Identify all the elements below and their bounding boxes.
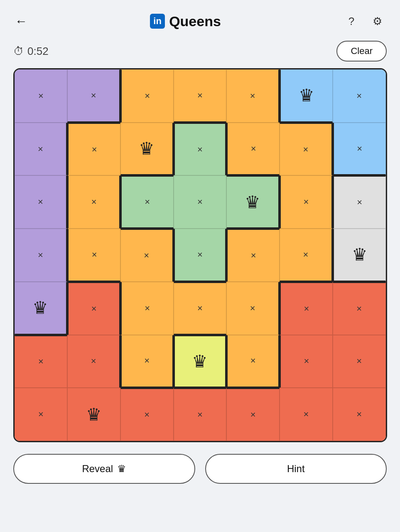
x-mark: ×	[145, 303, 150, 314]
grid-cell[interactable]: ×	[280, 335, 333, 388]
grid-cell[interactable]: ×	[226, 282, 280, 335]
x-mark: ×	[145, 91, 150, 101]
game-grid: ×××××♛×××♛××××××××♛××××××××♛♛×××××××××♛×…	[13, 68, 387, 442]
grid-cell[interactable]: ×	[333, 123, 386, 176]
x-mark: ×	[197, 409, 203, 420]
hint-button[interactable]: Hint	[205, 454, 387, 484]
grid-cell[interactable]: ×	[333, 69, 386, 123]
queen-piece: ♛	[32, 298, 48, 318]
grid-cell[interactable]: ×	[174, 123, 227, 176]
grid-cell[interactable]: ♛	[67, 388, 120, 441]
x-mark: ×	[92, 144, 97, 155]
grid-cell[interactable]: ×	[120, 282, 174, 335]
grid-cell[interactable]: ×	[226, 229, 280, 282]
grid-cell[interactable]: ×	[67, 282, 120, 335]
grid-cell[interactable]: ×	[67, 69, 120, 123]
x-mark: ×	[197, 197, 203, 207]
grid-cell[interactable]: ×	[333, 282, 386, 335]
grid-cell[interactable]: ×	[67, 229, 120, 282]
grid-cell[interactable]: ♛	[333, 229, 386, 282]
grid-cell[interactable]: ×	[174, 69, 227, 123]
grid-cell[interactable]: ×	[120, 175, 174, 229]
grid-cell[interactable]: ×	[67, 335, 120, 388]
grid-cell[interactable]: ♛	[280, 69, 333, 123]
x-mark: ×	[38, 356, 44, 367]
x-mark: ×	[303, 409, 309, 420]
x-mark: ×	[38, 250, 43, 261]
header: ← in Queens ? ⚙	[0, 0, 400, 37]
timer: ⏱ 0:52	[13, 45, 49, 58]
grid-cell[interactable]: ×	[226, 69, 280, 123]
grid-cell[interactable]: ×	[174, 229, 227, 282]
grid-cell[interactable]: ♛	[15, 282, 68, 335]
grid-cell[interactable]: ×	[120, 69, 174, 123]
x-mark: ×	[250, 355, 256, 366]
grid-cell[interactable]: ×	[333, 175, 386, 229]
bottom-row: Reveal ♛ Hint	[0, 442, 400, 492]
grid-cell[interactable]: ×	[280, 175, 333, 229]
help-button[interactable]: ?	[342, 12, 361, 31]
reveal-button[interactable]: Reveal ♛	[13, 454, 195, 484]
x-mark: ×	[303, 197, 309, 207]
x-mark: ×	[304, 356, 309, 367]
timer-icon: ⏱	[13, 45, 24, 58]
grid-cell[interactable]: ♛	[120, 123, 174, 176]
clear-button[interactable]: Clear	[336, 41, 387, 62]
grid-cell[interactable]: ×	[120, 335, 174, 388]
x-mark: ×	[38, 91, 44, 101]
x-mark: ×	[356, 356, 362, 367]
grid-cell[interactable]: ×	[280, 123, 333, 176]
queen-piece: ♛	[352, 244, 368, 265]
grid-cell[interactable]: ×	[174, 282, 227, 335]
grid-cell[interactable]: ×	[15, 69, 68, 123]
linkedin-icon: in	[150, 14, 165, 29]
grid-cell[interactable]: ×	[67, 123, 120, 176]
grid-cell[interactable]: ×	[226, 123, 280, 176]
x-mark: ×	[145, 197, 150, 207]
grid-cell[interactable]: ×	[15, 229, 68, 282]
x-mark: ×	[197, 90, 203, 101]
grid-cell[interactable]: ×	[120, 229, 174, 282]
x-mark: ×	[91, 356, 96, 367]
timer-display: 0:52	[27, 45, 49, 58]
x-mark: ×	[251, 250, 256, 261]
x-mark: ×	[197, 303, 203, 314]
settings-button[interactable]: ⚙	[368, 12, 387, 31]
x-mark: ×	[250, 91, 255, 101]
grid-cell[interactable]: ×	[174, 175, 227, 229]
grid-cell[interactable]: ×	[226, 335, 280, 388]
x-mark: ×	[197, 144, 203, 155]
grid-cell[interactable]: ×	[120, 388, 174, 441]
x-mark: ×	[91, 197, 97, 207]
grid-cell[interactable]: ×	[15, 123, 68, 176]
controls-row: ⏱ 0:52 Clear	[0, 37, 400, 68]
header-icons: ? ⚙	[342, 12, 387, 31]
grid-cell[interactable]: ♛	[174, 335, 227, 388]
grid-cell[interactable]: ×	[226, 388, 280, 441]
queen-piece: ♛	[139, 138, 155, 159]
x-mark: ×	[303, 249, 308, 260]
grid-cell[interactable]: ×	[333, 388, 386, 441]
grid-cell[interactable]: ×	[67, 175, 120, 229]
x-mark: ×	[92, 249, 97, 260]
x-mark: ×	[38, 409, 44, 420]
queen-piece: ♛	[299, 85, 314, 106]
grid-cell[interactable]: ×	[280, 229, 333, 282]
x-mark: ×	[91, 90, 96, 101]
queen-piece: ♛	[86, 404, 102, 425]
grid-cell[interactable]: ×	[15, 388, 68, 441]
back-button[interactable]: ←	[13, 12, 29, 30]
x-mark: ×	[356, 303, 362, 314]
grid-cell[interactable]: ×	[15, 335, 68, 388]
page-title: in Queens	[150, 13, 221, 30]
x-mark: ×	[144, 355, 150, 366]
x-mark: ×	[303, 144, 308, 155]
grid-cell[interactable]: ♛	[226, 175, 280, 229]
x-mark: ×	[197, 249, 203, 260]
x-mark: ×	[250, 409, 256, 420]
grid-cell[interactable]: ×	[280, 388, 333, 441]
grid-cell[interactable]: ×	[15, 175, 68, 229]
grid-cell[interactable]: ×	[333, 335, 386, 388]
grid-cell[interactable]: ×	[174, 388, 227, 441]
grid-cell[interactable]: ×	[280, 282, 333, 335]
